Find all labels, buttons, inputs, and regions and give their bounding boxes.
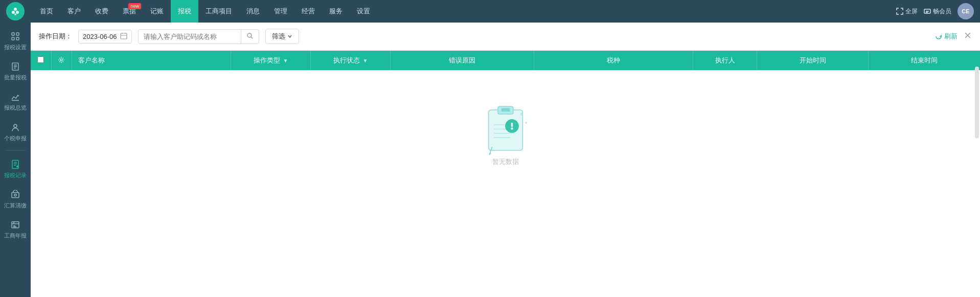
personal-tax-icon <box>10 122 21 133</box>
th-client-name: 客户名称 <box>72 51 231 70</box>
svg-point-28 <box>511 128 513 130</box>
settlement-icon <box>10 189 21 200</box>
nav-item-billing[interactable]: 收费 <box>88 0 116 23</box>
empty-text: 暂无数据 <box>492 157 519 166</box>
nav-item-clients[interactable]: 客户 <box>60 0 88 23</box>
table-body: 暂无数据 <box>31 70 980 197</box>
op-type-sort-icon: ▼ <box>283 58 288 63</box>
table-header: 客户名称 操作类型 ▼ 执行状态 ▼ 错误原因 <box>31 51 980 70</box>
svg-rect-5 <box>12 33 14 35</box>
nav-item-invoice[interactable]: 票据 new <box>116 0 143 23</box>
empty-illustration <box>480 101 531 157</box>
avatar[interactable]: CE <box>958 3 974 19</box>
sidebar-item-tax-overview[interactable]: 报税总览 <box>1 87 30 115</box>
sidebar-item-personal-tax[interactable]: 个税申报 <box>1 118 30 146</box>
nav-item-accounting[interactable]: 记账 <box>143 0 171 23</box>
toolbar-right: 刷新 <box>935 31 972 42</box>
nav-menu: 首页 客户 收费 票据 new 记账 报税 工商项目 消息 管理 经营 服务 设… <box>33 0 896 23</box>
sidebar: 报税设置 批量报税 报税总览 <box>0 23 31 297</box>
svg-rect-7 <box>12 37 14 40</box>
th-exec-status[interactable]: 执行状态 ▼ <box>311 51 391 70</box>
sidebar-label-batch-tax: 批量报税 <box>4 74 27 81</box>
svg-point-3 <box>14 13 16 15</box>
date-picker[interactable]: 2023-06-06 <box>78 30 132 44</box>
search-button[interactable] <box>241 30 259 44</box>
nav-item-finance[interactable]: 经营 <box>294 0 322 23</box>
sidebar-item-settlement[interactable]: 汇算清缴 <box>1 185 30 213</box>
svg-point-2 <box>16 11 19 14</box>
svg-rect-19 <box>488 110 522 151</box>
nav-item-service[interactable]: 服务 <box>322 0 350 23</box>
svg-point-17 <box>247 33 252 37</box>
sidebar-item-tax-records[interactable]: 报税记录 <box>1 155 30 183</box>
sidebar-divider <box>5 150 26 151</box>
svg-rect-8 <box>16 37 19 40</box>
sidebar-item-tax-settings[interactable]: 报税设置 <box>1 27 30 55</box>
svg-rect-16 <box>121 33 127 39</box>
svg-point-18 <box>60 59 62 61</box>
calendar-icon <box>120 32 127 41</box>
th-op-type[interactable]: 操作类型 ▼ <box>231 51 311 70</box>
nav-item-industry[interactable]: 工商项目 <box>198 0 239 23</box>
svg-point-30 <box>520 113 523 115</box>
th-start-time: 开始时间 <box>757 51 869 70</box>
filter-button[interactable]: 筛选 <box>265 29 299 44</box>
batch-tax-icon <box>10 61 21 72</box>
empty-state: 暂无数据 <box>31 70 980 197</box>
th-end-time: 结束时间 <box>869 51 980 70</box>
nav-item-message[interactable]: 消息 <box>239 0 267 23</box>
th-settings[interactable] <box>51 51 72 70</box>
date-label: 操作日期： <box>39 32 72 41</box>
svg-rect-27 <box>511 123 512 127</box>
annual-report-icon <box>10 219 21 230</box>
search-box <box>138 29 259 44</box>
svg-rect-13 <box>12 193 19 198</box>
main-content: 操作日期： 2023-06-06 <box>31 23 980 297</box>
nav-item-manage[interactable]: 管理 <box>267 0 294 23</box>
search-input[interactable] <box>139 30 241 43</box>
member-button[interactable]: 畅会员 <box>924 7 951 16</box>
sidebar-label-personal-tax: 个税申报 <box>4 135 27 142</box>
nav-item-settings[interactable]: 设置 <box>350 0 377 23</box>
refresh-button[interactable]: 刷新 <box>935 32 958 41</box>
table-container: 客户名称 操作类型 ▼ 执行状态 ▼ 错误原因 <box>31 51 980 297</box>
svg-point-31 <box>525 122 527 123</box>
exec-status-sort-icon: ▼ <box>362 58 368 63</box>
tax-overview-icon <box>10 91 21 102</box>
svg-point-0 <box>14 8 17 11</box>
th-executor: 执行人 <box>693 51 757 70</box>
sidebar-item-annual-report[interactable]: 工商年报 <box>1 215 30 243</box>
main-layout: 报税设置 批量报税 报税总览 <box>0 23 980 297</box>
sidebar-label-tax-overview: 报税总览 <box>4 104 27 111</box>
data-table: 客户名称 操作类型 ▼ 执行状态 ▼ 错误原因 <box>31 51 980 197</box>
nav-item-tax[interactable]: 报税 <box>171 0 198 23</box>
top-navigation: 首页 客户 收费 票据 new 记账 报税 工商项目 消息 管理 经营 服务 设… <box>0 0 980 23</box>
svg-rect-6 <box>16 33 19 35</box>
empty-state-cell: 暂无数据 <box>31 70 980 197</box>
svg-point-10 <box>14 124 17 128</box>
app-logo[interactable] <box>6 2 25 20</box>
toolbar: 操作日期： 2023-06-06 <box>31 23 980 51</box>
empty-state-row: 暂无数据 <box>31 70 980 197</box>
date-value: 2023-06-06 <box>83 33 117 40</box>
nav-right-actions: 全屏 畅会员 CE <box>896 3 974 19</box>
tax-records-icon <box>10 159 21 170</box>
svg-point-12 <box>16 165 18 167</box>
select-all-checkbox[interactable] <box>37 56 44 63</box>
sidebar-label-annual-report: 工商年报 <box>4 232 27 239</box>
th-checkbox[interactable] <box>31 51 51 70</box>
scrollbar-track[interactable] <box>975 67 979 138</box>
tax-settings-icon <box>10 31 21 42</box>
fullscreen-button[interactable]: 全屏 <box>896 7 918 16</box>
th-tax-type: 税种 <box>534 51 693 70</box>
svg-rect-21 <box>501 108 510 112</box>
sidebar-label-tax-records: 报税记录 <box>4 172 27 179</box>
sidebar-label-tax-settings: 报税设置 <box>4 44 27 51</box>
nav-item-home[interactable]: 首页 <box>33 0 60 23</box>
svg-point-1 <box>12 11 15 14</box>
close-button[interactable] <box>964 31 972 42</box>
svg-point-14 <box>14 194 16 196</box>
sidebar-item-batch-tax[interactable]: 批量报税 <box>1 57 30 85</box>
th-error-reason: 错误原因 <box>391 51 534 70</box>
sidebar-label-settlement: 汇算清缴 <box>4 202 27 209</box>
